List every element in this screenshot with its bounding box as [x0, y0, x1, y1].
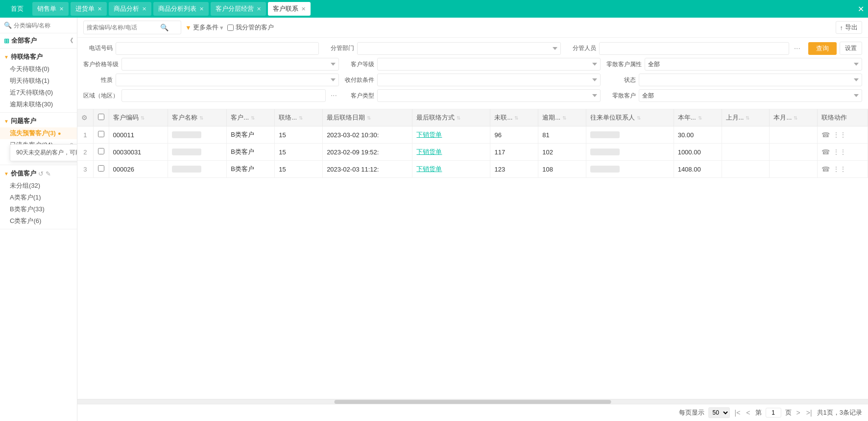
tab-analysis[interactable]: 商品分析 ✕ [109, 2, 151, 16]
customer-grade-select[interactable] [377, 58, 601, 71]
row-2-checkbox[interactable] [98, 148, 104, 154]
query-button[interactable]: 查询 [808, 42, 837, 55]
sidebar-item-c-class[interactable]: C类客户(6) [0, 215, 77, 227]
tab-analysis-list[interactable]: 商品分析列表 ✕ [153, 2, 209, 16]
sidebar-item-a-class[interactable]: A类客户(1) [0, 192, 77, 203]
settings-button[interactable]: 设置 [840, 42, 862, 55]
dept-select[interactable] [357, 42, 560, 55]
value-section-header[interactable]: ▼ 价值客户 ↺ ✎ [0, 167, 77, 180]
value-refresh-icon[interactable]: ↺ [38, 170, 44, 177]
region-more-icon[interactable]: ··· [329, 91, 339, 100]
collapse-icon[interactable]: 《 [67, 37, 73, 45]
row-last-method-3[interactable]: 下销货单 [412, 161, 490, 178]
th-this-month-sort[interactable]: ⇅ [794, 115, 797, 121]
my-customers-checkbox-wrap[interactable]: 我分管的客户 [227, 23, 274, 32]
close-icon-customer-contact[interactable]: ✕ [301, 6, 306, 12]
status-select[interactable] [639, 74, 862, 86]
th-this-year-sort[interactable]: ⇅ [698, 115, 702, 121]
sidebar-item-tomorrow[interactable]: 明天待联络(1) [0, 75, 77, 87]
close-icon-purchase[interactable]: ✕ [97, 6, 102, 12]
row-num-3: 3 [77, 161, 93, 178]
sidebar-item-churned[interactable]: 已流失客户(24) ? [0, 139, 77, 151]
tab-customer-contact[interactable]: 客户联系 ✕ [268, 2, 311, 16]
filter-search-icon[interactable]: 🔍 [160, 24, 169, 31]
action-contact-icon-1[interactable]: ☎ [821, 131, 830, 139]
export-btn[interactable]: ↑ 导出 [836, 21, 863, 34]
row-last-method-3-link[interactable]: 下销货单 [416, 165, 442, 173]
row-last-method-2[interactable]: 下销货单 [412, 144, 490, 161]
row-last-method-1-link[interactable]: 下销货单 [416, 131, 442, 138]
filter-search-input[interactable] [87, 24, 160, 31]
manager-input[interactable] [599, 42, 789, 55]
pending-section-header[interactable]: ▼ 待联络客户 [0, 50, 77, 63]
row-1-checkbox[interactable] [98, 131, 104, 137]
row-unit-1-blurred [590, 131, 620, 138]
all-customers-header[interactable]: ⊞ 全部客户 《 [0, 33, 77, 49]
action-menu-icon-2[interactable]: ⋮⋮ [833, 148, 846, 156]
export-icon: ↑ [840, 24, 844, 31]
per-page-select[interactable]: 50 [708, 407, 730, 418]
first-page-btn[interactable]: |< [734, 409, 742, 417]
sidebar-item-declining[interactable]: 持续下滑客户(2) ? [0, 151, 77, 163]
retail-attr-select[interactable]: 全部 [645, 58, 862, 71]
last-page-btn[interactable]: >| [805, 409, 813, 417]
payment-select[interactable] [377, 74, 601, 86]
select-all-checkbox[interactable] [98, 114, 104, 120]
sidebar-item-ungroup[interactable]: 未分组(32) [0, 180, 77, 192]
tab-customer-tier[interactable]: 客户分层经营 ✕ [211, 2, 266, 16]
sidebar-item-week[interactable]: 近7天待联络(0) [0, 87, 77, 99]
value-edit-icon[interactable]: ✎ [46, 170, 51, 177]
th-contact-sort[interactable]: ⇅ [299, 115, 303, 121]
price-grade-select[interactable] [121, 58, 339, 71]
close-icon-sales[interactable]: ✕ [59, 6, 64, 12]
action-menu-icon-3[interactable]: ⋮⋮ [833, 165, 846, 173]
close-icon-customer-tier[interactable]: ✕ [257, 6, 261, 12]
manager-more-icon[interactable]: ··· [792, 44, 802, 53]
filter-gender: 性质 [83, 74, 339, 86]
row-last-month-1 [722, 126, 770, 144]
customer-type-select[interactable] [377, 89, 601, 102]
th-this-year-label: 本年... [678, 113, 696, 122]
th-name-sort[interactable]: ⇅ [199, 115, 203, 121]
th-unlinked-sort[interactable]: ⇅ [514, 115, 518, 121]
row-last-method-1[interactable]: 下销货单 [412, 126, 490, 144]
my-customers-checkbox[interactable] [227, 25, 234, 31]
close-icon-analysis-list[interactable]: ✕ [199, 6, 204, 12]
action-contact-icon-3[interactable]: ☎ [821, 165, 830, 173]
th-last-method-sort[interactable]: ⇅ [457, 115, 460, 121]
action-contact-icon-2[interactable]: ☎ [821, 148, 830, 156]
next-page-btn[interactable]: > [796, 409, 801, 417]
sidebar-item-churn-warning[interactable]: 流失预警客户(3) ● [0, 127, 77, 139]
row-3-checkbox[interactable] [98, 165, 104, 172]
retail-select[interactable]: 全部 [639, 89, 862, 102]
row-last-method-2-link[interactable]: 下销货单 [416, 148, 442, 155]
close-window-icon[interactable]: ✕ [858, 4, 864, 14]
home-tab[interactable]: 首页 [4, 0, 30, 18]
action-menu-icon-1[interactable]: ⋮⋮ [833, 131, 846, 139]
th-type-sort[interactable]: ⇅ [251, 115, 255, 121]
gender-select[interactable] [116, 74, 339, 86]
at-risk-section-header[interactable]: ▼ 问题客户 [0, 115, 77, 127]
sidebar-item-overdue[interactable]: 逾期未联络(30) [0, 99, 77, 110]
close-icon-analysis[interactable]: ✕ [142, 6, 146, 12]
th-overdue-sort[interactable]: ⇅ [562, 115, 566, 121]
page-suffix: 页 [785, 408, 792, 417]
sidebar-search-input[interactable] [14, 22, 73, 29]
page-input[interactable] [766, 408, 781, 418]
th-unit-contact-sort[interactable]: ⇅ [637, 115, 641, 121]
prev-page-btn[interactable]: < [745, 409, 751, 417]
th-last-month-sort[interactable]: ⇅ [746, 115, 749, 121]
phone-input[interactable] [116, 42, 319, 55]
th-code-sort[interactable]: ⇅ [141, 115, 145, 121]
gear-icon[interactable]: ⚙ [81, 114, 88, 122]
th-gear[interactable]: ⚙ [77, 109, 93, 126]
sidebar-item-b-class[interactable]: B类客户(33) [0, 203, 77, 215]
more-conditions-btn[interactable]: ▼ 更多条件 ▾ [185, 23, 223, 32]
tab-sales[interactable]: 销售单 ✕ [32, 2, 69, 16]
tab-purchase[interactable]: 进货单 ✕ [71, 2, 107, 16]
th-last-date-sort[interactable]: ⇅ [367, 115, 371, 121]
scrollbar-thumb[interactable] [335, 400, 611, 404]
horizontal-scrollbar[interactable] [77, 399, 868, 404]
region-input[interactable] [121, 89, 326, 102]
sidebar-item-today[interactable]: 今天待联络(0) [0, 63, 77, 75]
